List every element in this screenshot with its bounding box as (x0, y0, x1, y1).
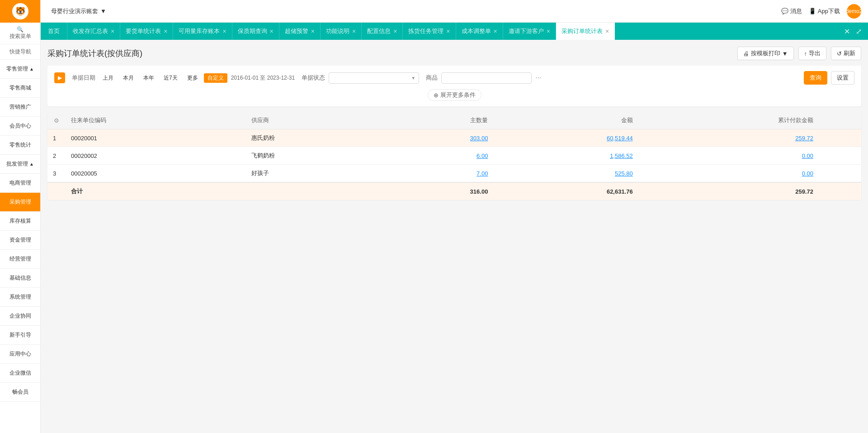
sidebar-item-retail-stats[interactable]: 零售统计 (0, 136, 40, 155)
sidebar-item-label: 基础信息 (9, 275, 31, 281)
date-last-month-btn[interactable]: 上月 (99, 73, 117, 83)
app-download-button[interactable]: 📱 App下载 (809, 7, 840, 15)
tab-close-icon[interactable]: × (605, 28, 609, 34)
tab-label: 收发存汇总表 (73, 27, 108, 35)
status-select[interactable] (329, 72, 419, 84)
page-title: 采购订单统计表(按供应商) (47, 48, 142, 59)
filter-group-date: 单据日期 上月 本月 本年 近7天 更多 自定义 2016-01-01 至 20… (72, 73, 295, 83)
tab-close-icon[interactable]: × (352, 28, 356, 34)
tab-expiry-query[interactable]: 保质期查询 × (232, 23, 279, 40)
page-actions: 🖨 按模板打印 ▼ ↑ 导出 ↺ 刷新 (737, 47, 861, 60)
tab-purchase-stats[interactable]: 采购订单统计表 × (556, 23, 615, 40)
col-paid: 累计付款金额 (638, 112, 819, 129)
tab-overstock-warning[interactable]: 超储预警 × (279, 23, 321, 40)
tab-close-icon[interactable]: × (494, 28, 497, 34)
sidebar-item-marketing[interactable]: 营销推广 (0, 98, 40, 117)
sidebar-search[interactable]: 🔍 搜索菜单 (0, 23, 40, 44)
download-icon: 📱 (809, 8, 816, 14)
message-button[interactable]: 💬 消息 (781, 7, 802, 15)
quantity-link[interactable]: 6.00 (476, 152, 488, 159)
export-button[interactable]: ↑ 导出 (798, 47, 827, 60)
sidebar-item-label: 畅会员 (12, 389, 28, 395)
amount-link[interactable]: 525.80 (615, 170, 633, 177)
sidebar-item-ecommerce[interactable]: 电商管理 (0, 174, 40, 193)
sidebar-quick-nav[interactable]: 快捷导航 (0, 44, 40, 60)
tab-available-stock[interactable]: 可用量库存账本 × (173, 23, 232, 40)
footer-quantity: 316.00 (381, 182, 494, 200)
print-button[interactable]: 🖨 按模板打印 ▼ (737, 47, 794, 60)
tab-close-icon[interactable]: × (446, 28, 450, 34)
user-avatar[interactable]: demo2 (847, 4, 861, 19)
search-icon: 🔍 (17, 26, 24, 33)
tab-invite-downstream[interactable]: 邀请下游客户 × (503, 23, 556, 40)
paid-link[interactable]: 259.72 (795, 135, 813, 142)
date-this-month-btn[interactable]: 本月 (119, 73, 137, 83)
sidebar-item-enterprise[interactable]: 企业协同 (0, 307, 40, 326)
quantity-link[interactable]: 7.00 (476, 170, 488, 177)
tab-close-icon[interactable]: × (164, 28, 167, 34)
sidebar-item-new-guide[interactable]: 新手引导 (0, 326, 40, 345)
sidebar-item-member[interactable]: 畅会员 (0, 383, 40, 402)
goods-input[interactable] (441, 72, 532, 84)
paid-link[interactable]: 0.00 (802, 170, 813, 177)
extra-cell (819, 129, 861, 147)
tab-close-icon[interactable]: × (111, 28, 114, 34)
filter-expand-button[interactable]: ▶ (54, 72, 65, 83)
sidebar-item-label: 批发管理 (6, 160, 28, 168)
sidebar-item-inventory[interactable]: 库存核算 (0, 212, 40, 231)
sidebar-item-system-mgmt[interactable]: 系统管理 (0, 288, 40, 307)
more-filter-dots[interactable]: ··· (535, 74, 541, 82)
refresh-button[interactable]: ↺ 刷新 (831, 47, 861, 60)
sidebar-item-operations[interactable]: 经营管理 (0, 250, 40, 269)
sidebar-item-retail-shop[interactable]: 零售商城 (0, 79, 40, 98)
tab-cost-adjust[interactable]: 成本调整单 × (456, 23, 503, 40)
tab-function-desc[interactable]: 功能说明 × (321, 23, 362, 40)
tab-pick-task[interactable]: 拣货任务管理 × (403, 23, 456, 40)
quantity-cell: 6.00 (381, 147, 494, 165)
logo-icon: 🐯 (12, 3, 28, 19)
query-button[interactable]: 查询 (804, 71, 827, 85)
date-custom-badge[interactable]: 自定义 (204, 73, 227, 83)
page-content: 采购订单统计表(按供应商) 🖨 按模板打印 ▼ ↑ 导出 ↺ 刷新 (41, 40, 868, 433)
amount-link[interactable]: 1,586.52 (610, 152, 633, 159)
workspace-selector[interactable]: 母婴行业演示账套 ▼ (47, 5, 110, 17)
tab-close-icon[interactable]: × (393, 28, 397, 34)
tab-close-icon[interactable]: × (547, 28, 550, 34)
tab-expand-icon[interactable]: ⤢ (854, 25, 863, 38)
sidebar-item-wholesale-mgmt[interactable]: 批发管理 ▲ (0, 155, 40, 174)
sidebar-item-label: 零售统计 (9, 142, 31, 148)
tab-close-icon[interactable]: × (311, 28, 315, 34)
date-this-year-btn[interactable]: 本年 (140, 73, 158, 83)
sidebar-item-label: 库存核算 (9, 218, 31, 224)
sidebar-item-member-center[interactable]: 会员中心 (0, 117, 40, 136)
quantity-link[interactable]: 303.00 (470, 135, 488, 142)
sidebar-item-enterprise-wechat[interactable]: 企业微信 (0, 364, 40, 383)
col-amount: 金额 (493, 112, 638, 129)
message-label: 消息 (790, 7, 802, 15)
sidebar-item-finance[interactable]: 资金管理 (0, 231, 40, 250)
table-row: 3 00020005 好孩子 7.00 525.80 0.00 (47, 165, 861, 183)
tab-close-icon[interactable]: × (222, 28, 226, 34)
settings-button[interactable]: 设置 (831, 71, 854, 85)
col-quantity: 主数量 (381, 112, 494, 129)
tab-close-all-icon[interactable]: ✕ (842, 25, 852, 38)
amount-link[interactable]: 60,519.44 (607, 135, 633, 142)
date-7days-btn[interactable]: 近7天 (160, 73, 181, 83)
supplier-cell: 惠氏奶粉 (246, 129, 381, 147)
tab-home[interactable]: 首页 (41, 23, 67, 40)
expand-more-button[interactable]: ⊕ 展开更多条件 (428, 89, 481, 101)
paid-link[interactable]: 0.00 (802, 152, 813, 159)
tab-label: 成本调整单 (462, 27, 491, 35)
tab-close-icon[interactable]: × (270, 28, 274, 34)
extra-cell (819, 165, 861, 183)
sidebar-item-retail-mgmt[interactable]: 零售管理 ▲ (0, 60, 40, 79)
date-more-btn[interactable]: 更多 (184, 73, 202, 83)
sidebar-item-app-center[interactable]: 应用中心 (0, 345, 40, 364)
sidebar-item-purchase-mgmt[interactable]: 采购管理 (0, 193, 40, 212)
tab-receive-send[interactable]: 收发存汇总表 × (67, 23, 120, 40)
tab-order-stats[interactable]: 要货单统计表 × (120, 23, 173, 40)
footer-extra (819, 182, 861, 200)
sidebar-item-basic-info[interactable]: 基础信息 (0, 269, 40, 288)
tab-config-info[interactable]: 配置信息 × (362, 23, 403, 40)
table-settings-col[interactable]: ⚙ (47, 112, 66, 129)
